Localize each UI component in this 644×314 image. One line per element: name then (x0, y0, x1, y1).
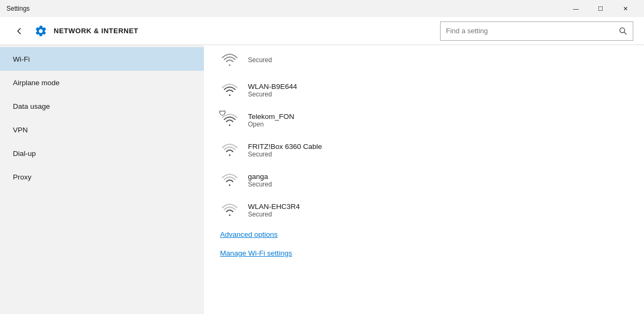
network-info-partial: Secured (248, 56, 272, 64)
network-name-2: Telekom_FON (248, 113, 294, 121)
sidebar-label-data: Data usage (13, 102, 50, 110)
manage-wifi-link[interactable]: Manage Wi-Fi settings (204, 244, 644, 263)
network-status-2: Open (248, 121, 294, 128)
network-info-4: ganga Secured (248, 173, 272, 188)
sidebar-item-data[interactable]: Data usage (0, 94, 204, 118)
network-status-1: Secured (248, 91, 297, 98)
sidebar: Wi-Fi Airplane mode Data usage VPN Dial-… (0, 45, 204, 314)
network-name-4: ganga (248, 173, 272, 181)
sidebar-item-dialup[interactable]: Dial-up (0, 141, 204, 165)
advanced-options-link[interactable]: Advanced options (204, 225, 644, 244)
search-icon (619, 27, 627, 35)
network-name-5: WLAN-EHC3R4 (248, 203, 300, 211)
network-info-3: FRITZ!Box 6360 Cable Secured (248, 143, 322, 158)
sidebar-item-wifi[interactable]: Wi-Fi (0, 47, 204, 71)
back-icon (15, 27, 24, 35)
network-status-3: Secured (248, 151, 322, 158)
wifi-icon-1 (221, 81, 238, 99)
sidebar-label-dialup: Dial-up (13, 149, 36, 158)
content-area: Secured WLAN-B9E644 Secured 🛡 (204, 45, 644, 314)
network-info-1: WLAN-B9E644 Secured (248, 83, 297, 98)
network-info-2: Telekom_FON Open (248, 113, 294, 128)
minimize-button[interactable]: — (564, 0, 588, 17)
header-title: NETWORK & INTERNET (54, 27, 138, 35)
sidebar-label-wifi: Wi-Fi (13, 55, 30, 63)
titlebar-title: Settings (6, 5, 30, 12)
network-name-1: WLAN-B9E644 (248, 83, 297, 91)
network-item-2[interactable]: 🛡 Telekom_FON Open (204, 105, 644, 135)
wifi-icon-3 (221, 141, 238, 159)
maximize-button[interactable]: ☐ (588, 0, 613, 17)
header-left: NETWORK & INTERNET (11, 23, 138, 40)
network-info-5: WLAN-EHC3R4 Secured (248, 203, 300, 218)
titlebar-left: Settings (6, 5, 30, 12)
wifi-icon-wrap-4 (220, 170, 239, 190)
network-item-3[interactable]: FRITZ!Box 6360 Cable Secured (204, 135, 644, 165)
network-status-partial: Secured (248, 56, 272, 64)
wifi-icon-wrap-5 (220, 200, 239, 220)
close-button[interactable]: ✕ (613, 0, 638, 17)
search-box (440, 21, 633, 41)
titlebar: Settings — ☐ ✕ (0, 0, 644, 17)
main: Wi-Fi Airplane mode Data usage VPN Dial-… (0, 45, 644, 314)
titlebar-controls: — ☐ ✕ (564, 0, 638, 17)
network-name-3: FRITZ!Box 6360 Cable (248, 143, 322, 151)
header: NETWORK & INTERNET (0, 17, 644, 45)
wifi-icon-wrap-3 (220, 140, 239, 160)
search-button[interactable] (613, 21, 633, 41)
wifi-icon-wrap-1 (220, 80, 239, 100)
network-item-5[interactable]: WLAN-EHC3R4 Secured (204, 195, 644, 225)
sidebar-item-vpn[interactable]: VPN (0, 118, 204, 141)
network-item-4[interactable]: ganga Secured (204, 165, 644, 195)
sidebar-label-airplane: Airplane mode (13, 79, 60, 87)
wifi-icon-wrap-2: 🛡 (220, 110, 239, 130)
network-item-partial[interactable]: Secured (204, 45, 644, 75)
shield-badge-icon: 🛡 (219, 109, 226, 117)
wifi-icon-wrap-partial (220, 50, 239, 70)
wifi-icon-partial (221, 51, 238, 69)
svg-line-1 (624, 32, 626, 34)
wifi-icon-4 (221, 171, 238, 189)
sidebar-item-airplane[interactable]: Airplane mode (0, 71, 204, 94)
network-item-1[interactable]: WLAN-B9E644 Secured (204, 75, 644, 105)
wifi-icon-5 (221, 201, 238, 219)
network-status-4: Secured (248, 181, 272, 188)
search-input[interactable] (441, 27, 613, 35)
settings-gear-icon (34, 25, 47, 38)
sidebar-item-proxy[interactable]: Proxy (0, 165, 204, 189)
sidebar-label-proxy: Proxy (13, 173, 32, 181)
back-button[interactable] (11, 23, 28, 40)
sidebar-label-vpn: VPN (13, 126, 28, 134)
network-status-5: Secured (248, 211, 300, 218)
